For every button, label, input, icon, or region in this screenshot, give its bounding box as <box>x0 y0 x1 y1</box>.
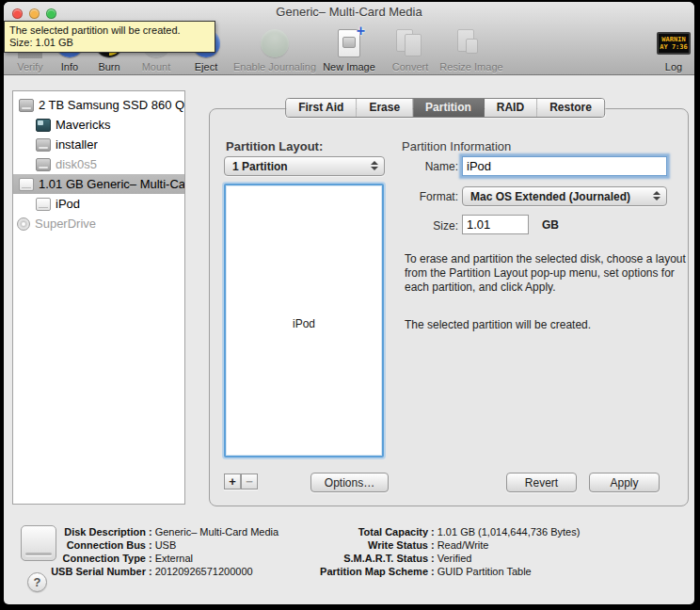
new-image-icon: + <box>338 26 360 60</box>
zoom-button[interactable] <box>46 8 56 19</box>
info-row: Connection Type:External <box>7 552 193 565</box>
add-partition-button[interactable]: + <box>224 474 241 490</box>
apply-button[interactable]: Apply <box>589 473 660 492</box>
toolbar-log-button[interactable]: WARNINAY 7:36 Log <box>622 26 694 72</box>
journaling-icon <box>261 26 289 60</box>
volume-icon <box>36 138 51 152</box>
partition-layout-popup[interactable]: 1 Partition <box>224 156 385 176</box>
info-row: Total Capacity:1.01 GB (1,014,644,736 By… <box>287 525 580 538</box>
toolbar-resize-image-button: Resize Image <box>420 26 523 72</box>
partition-map-label: iPod <box>226 317 382 330</box>
sidebar-item-samsung-ssd[interactable]: 2 TB Samsung SSD 860 QV. <box>13 95 184 115</box>
partition-map-selected-partition[interactable]: iPod <box>224 184 384 458</box>
warning-log-icon: WARNINAY 7:36 <box>657 26 691 60</box>
sidebar-item-ipod[interactable]: iPod <box>13 194 184 214</box>
window-title: Generic– Multi-Card Media <box>4 2 694 23</box>
internal-drive-icon <box>19 99 34 112</box>
volume-icon <box>36 158 51 171</box>
resize-image-icon <box>457 26 485 60</box>
name-input[interactable] <box>462 156 667 176</box>
tab-restore[interactable]: Restore <box>537 99 604 117</box>
external-drive-icon <box>19 178 34 191</box>
info-row: Disk Description:Generic– Multi-Card Med… <box>7 525 278 538</box>
tooltip-line-1: The selected partition will be created. <box>9 24 210 37</box>
sidebar-item-installer[interactable]: installer <box>13 135 184 154</box>
close-button[interactable] <box>12 8 23 19</box>
sidebar-item-superdrive[interactable]: SuperDrive <box>13 214 184 233</box>
tooltip-line-2: Size: 1.01 GB <box>9 37 210 49</box>
format-popup[interactable]: Mac OS Extended (Journaled) <box>462 186 667 206</box>
popup-arrows-icon <box>653 191 660 201</box>
title-bar[interactable]: Generic– Multi-Card Media <box>4 2 694 23</box>
options-button[interactable]: Options… <box>310 473 389 492</box>
partition-layout-heading: Partition Layout: <box>226 139 323 153</box>
volume-icon <box>36 119 51 132</box>
device-list: 2 TB Samsung SSD 860 QV. Mavericks insta… <box>12 90 185 505</box>
sidebar-item-disk0s5[interactable]: disk0s5 <box>13 154 184 174</box>
tab-partition[interactable]: Partition <box>413 99 485 117</box>
tooltip: The selected partition will be created. … <box>4 21 215 53</box>
size-unit-label: GB <box>542 218 559 232</box>
info-row: S.M.A.R.T. Status:Verified <box>287 552 471 565</box>
info-row: Connection Bus:USB <box>7 538 176 552</box>
format-label: Format: <box>392 190 458 203</box>
tab-raid[interactable]: RAID <box>485 99 537 117</box>
popup-arrows-icon <box>371 161 378 170</box>
tab-bar: First Aid Erase Partition RAID Restore <box>285 98 605 118</box>
info-row: Write Status:Read/Write <box>287 538 489 552</box>
name-label: Name: <box>392 160 458 173</box>
info-row: USB Serial Number:20120926571200000 <box>7 565 253 578</box>
size-label: Size: <box>392 219 458 233</box>
volume-icon <box>36 198 51 211</box>
partition-status-text: The selected partition will be created. <box>405 318 689 332</box>
sidebar-item-generic-multicard[interactable]: 1.01 GB Generic– Multi-Ca. <box>13 174 184 194</box>
partition-help-text: To erase and partition the selected disk… <box>405 252 689 295</box>
sidebar-item-mavericks[interactable]: Mavericks <box>13 115 184 135</box>
optical-disc-icon <box>17 217 30 231</box>
tab-first-aid[interactable]: First Aid <box>286 99 357 117</box>
minimize-button[interactable] <box>29 8 40 19</box>
revert-button[interactable]: Revert <box>506 473 577 492</box>
disk-utility-window: Generic– Multi-Card Media Verify i Info … <box>4 2 694 604</box>
remove-partition-button: − <box>241 474 258 490</box>
size-input[interactable] <box>462 215 529 234</box>
partition-info-heading: Partition Information <box>402 139 511 153</box>
tab-erase[interactable]: Erase <box>357 99 413 117</box>
traffic-lights <box>12 8 56 19</box>
info-row: Partition Map Scheme:GUID Partition Tabl… <box>287 565 532 578</box>
